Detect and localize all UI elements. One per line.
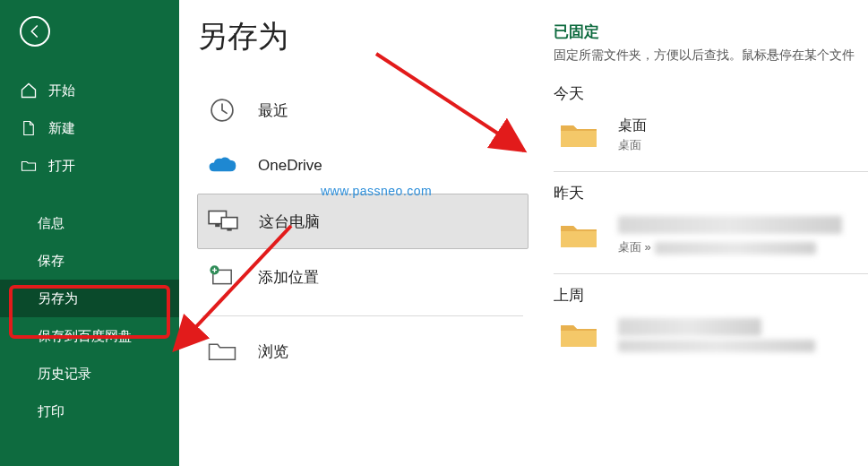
folder-name-blurred: [618, 216, 842, 234]
nav-history[interactable]: 历史记录: [0, 355, 179, 393]
main-panel: 另存为 最近 OneDrive 这台电脑 添加位置 浏览: [179, 0, 868, 466]
nav-print[interactable]: 打印: [0, 393, 179, 430]
nav-open[interactable]: 打开: [0, 147, 179, 185]
folder-open-icon: [20, 157, 38, 175]
folder-row-blurred[interactable]: 桌面 »: [554, 211, 868, 261]
nav-info[interactable]: 信息: [0, 204, 179, 242]
document-icon: [20, 119, 38, 137]
pinned-title: 已固定: [554, 22, 868, 42]
location-this-pc[interactable]: 这台电脑: [197, 194, 529, 249]
folder-row-desktop[interactable]: 桌面 桌面: [554, 111, 868, 159]
location-label: 添加位置: [258, 267, 319, 288]
cloud-icon: [206, 150, 238, 182]
folder-icon: [559, 219, 598, 253]
folder-path-blurred: [655, 242, 816, 255]
nav-label: 新建: [48, 120, 75, 137]
nav-save-baidu[interactable]: 保存到百度网盘: [0, 317, 179, 355]
divider: [554, 171, 868, 172]
group-today: 今天: [554, 83, 868, 104]
folder-icon: [559, 118, 598, 152]
folder-icon: [559, 318, 598, 352]
nav-label: 打开: [48, 158, 75, 175]
location-label: 最近: [258, 100, 288, 121]
folder-path-prefix: 桌面 »: [618, 239, 651, 255]
folder-path-blurred: [618, 340, 815, 352]
clock-icon: [206, 94, 238, 126]
back-button[interactable]: [20, 16, 50, 47]
nav-new[interactable]: 新建: [0, 109, 179, 147]
divider: [554, 273, 868, 274]
home-icon: [20, 82, 38, 99]
folder-name-blurred: [618, 318, 761, 336]
location-label: 这台电脑: [259, 211, 320, 232]
folder-name: 桌面: [618, 116, 647, 135]
group-yesterday: 昨天: [554, 183, 868, 203]
nav-home[interactable]: 开始: [0, 72, 179, 109]
watermark: www.passneo.com: [321, 184, 432, 198]
folder-icon: [206, 335, 238, 367]
add-place-icon: [206, 261, 238, 293]
page-title: 另存为: [197, 16, 529, 57]
nav-label: 开始: [48, 82, 75, 99]
arrow-left-icon: [27, 23, 43, 39]
nav-save[interactable]: 保存: [0, 242, 179, 280]
divider: [202, 315, 523, 316]
pinned-desc: 固定所需文件夹，方便以后查找。鼠标悬停在某个文件: [554, 47, 868, 64]
pc-icon: [207, 205, 239, 237]
folder-row-blurred[interactable]: [554, 313, 868, 358]
group-lastweek: 上周: [554, 285, 868, 306]
location-browse[interactable]: 浏览: [197, 324, 529, 379]
svg-rect-3: [215, 224, 219, 228]
location-label: 浏览: [258, 341, 288, 362]
nav-save-as[interactable]: 另存为: [0, 280, 179, 317]
folder-path: 桌面: [618, 137, 647, 153]
location-label: OneDrive: [258, 157, 322, 175]
location-add-place[interactable]: 添加位置: [197, 249, 529, 305]
svg-rect-4: [227, 229, 231, 231]
location-recent[interactable]: 最近: [197, 82, 529, 138]
svg-rect-2: [221, 218, 237, 229]
sidebar: 开始 新建 打开 信息 保存 另存为 保存到百度网盘 历史记录 打印: [0, 0, 179, 466]
